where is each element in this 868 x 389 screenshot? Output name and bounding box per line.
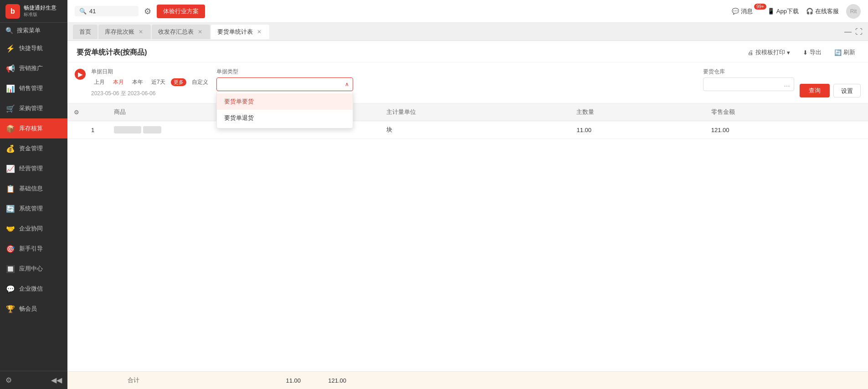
phone-icon: 📱 xyxy=(767,8,775,15)
search-menu-item[interactable]: 🔍 搜索菜单 xyxy=(0,23,67,38)
sidebar-item-wechat[interactable]: 💬 企业微信 xyxy=(0,279,67,299)
date-more-badge[interactable]: 更多 xyxy=(171,78,186,86)
sidebar-item-inventory[interactable]: 📦 库存核算 xyxy=(0,118,67,138)
print-dropdown-icon: ▾ xyxy=(787,49,790,56)
date-btn-last-7[interactable]: 近7天 xyxy=(149,77,168,87)
filter-bar: ▶ 单据日期 上月 本月 本年 近7天 更多 自定义 2023-05-06 至 … xyxy=(67,62,868,103)
enterprise-icon: 🤝 xyxy=(5,224,15,234)
search-menu-label: 搜索菜单 xyxy=(17,26,41,35)
date-filter: 单据日期 上月 本月 本年 近7天 更多 自定义 2023-05-06 至 20… xyxy=(91,68,211,97)
th-amount: 零售金额 xyxy=(706,103,868,121)
main-content: 🔍 41 ⚙ 体验行业方案 💬 消息 99+ 📱 App下载 🎧 在线客服 Ri… xyxy=(67,0,868,389)
tab-home[interactable]: 首页 xyxy=(73,25,98,39)
sidebar-item-guide[interactable]: 🎯 新手引导 xyxy=(0,239,67,259)
date-filter-label: 单据日期 xyxy=(91,68,211,76)
product-blurred-2 xyxy=(143,126,161,133)
refresh-icon: 🔄 xyxy=(834,49,842,56)
sidebar-logo: b 畅捷通好生意 标准版 xyxy=(0,0,67,23)
print-template-btn[interactable]: 🖨 按模板打印 ▾ xyxy=(744,46,794,58)
close-request-stats-tab[interactable]: ✕ xyxy=(256,28,263,36)
app-center-icon: 🔲 xyxy=(5,264,15,274)
operation-icon: 📈 xyxy=(5,164,15,174)
print-icon: 🖨 xyxy=(748,49,754,56)
app-download-label: App下载 xyxy=(776,7,799,15)
sidebar-item-marketing[interactable]: 📢 营销推广 xyxy=(0,58,67,78)
message-badge: 99+ xyxy=(754,4,766,10)
tab-request-stats[interactable]: 要货单统计表 ✕ xyxy=(211,25,269,39)
date-btn-this-year[interactable]: 本年 xyxy=(129,77,146,87)
online-service-button[interactable]: 🎧 在线客服 xyxy=(806,7,839,15)
export-btn[interactable]: ⬇ 导出 xyxy=(799,46,825,58)
data-table: ⚙ 商品 主计量单位 主数量 零售金额 1 xyxy=(67,103,868,139)
finance-icon: 💰 xyxy=(5,143,15,154)
settings-button[interactable]: 设置 xyxy=(833,84,861,97)
topbar-left: 🔍 41 ⚙ 体验行业方案 xyxy=(75,5,205,18)
cell-settings xyxy=(67,121,86,139)
sidebar-item-sales[interactable]: 📊 销售管理 xyxy=(0,78,67,98)
date-range-display: 2023-05-06 至 2023-06-06 xyxy=(91,90,211,97)
type-filter: 单据类型 ∧ 要货单要货 要货单退货 xyxy=(216,68,353,91)
sidebar-item-app-center[interactable]: 🔲 应用中心 xyxy=(0,259,67,279)
trial-button[interactable]: 体验行业方案 xyxy=(157,5,205,18)
quick-nav-icon: ⚡ xyxy=(5,43,15,53)
marketing-icon: 📢 xyxy=(5,63,15,73)
top-search-value: 41 xyxy=(89,8,96,15)
purchase-icon: 🛒 xyxy=(5,103,15,113)
refresh-btn[interactable]: 🔄 刷新 xyxy=(831,46,859,58)
warehouse-input[interactable]: … xyxy=(703,77,794,91)
service-icon: 🎧 xyxy=(806,8,813,15)
date-btn-this-month[interactable]: 本月 xyxy=(110,77,127,87)
close-inventory-batch-tab[interactable]: ✕ xyxy=(137,28,144,36)
type-select-container: ∧ 要货单要货 要货单退货 xyxy=(216,77,353,91)
top-search-box[interactable]: 🔍 41 xyxy=(75,6,139,16)
footer-amount: 121.00 xyxy=(319,377,365,384)
settings-footer-btn[interactable]: ⚙ xyxy=(5,376,12,384)
export-icon: ⬇ xyxy=(803,49,808,56)
query-button[interactable]: 查询 xyxy=(800,84,830,97)
sidebar-item-quick-nav[interactable]: ⚡ 快捷导航 xyxy=(0,38,67,58)
type-select[interactable]: ∧ xyxy=(216,77,353,91)
tab-shipment-summary[interactable]: 收发存汇总表 ✕ xyxy=(152,25,210,39)
th-settings[interactable]: ⚙ xyxy=(67,103,86,121)
tab-inventory-batch[interactable]: 库存批次账 ✕ xyxy=(98,25,151,39)
cell-quantity: 11.00 xyxy=(571,121,705,139)
avatar-text: Rit xyxy=(850,8,857,15)
collapse-sidebar-btn[interactable]: ◀◀ xyxy=(51,376,62,384)
page-header: 要货单统计表(按商品) 🖨 按模板打印 ▾ ⬇ 导出 🔄 刷新 xyxy=(67,41,868,62)
sidebar-item-finance[interactable]: 💰 资金管理 xyxy=(0,138,67,159)
cell-unit: 块 xyxy=(381,121,571,139)
type-select-arrow: ∧ xyxy=(345,81,349,87)
sidebar-item-enterprise[interactable]: 🤝 企业协同 xyxy=(0,219,67,239)
logo-icon: b xyxy=(5,4,20,19)
window-expand-btn[interactable]: ⛶ xyxy=(855,28,863,36)
close-shipment-summary-tab[interactable]: ✕ xyxy=(196,28,204,36)
filter-expand-btn[interactable]: ▶ xyxy=(75,69,86,80)
window-minimize-btn[interactable]: — xyxy=(844,28,852,36)
tabbar-right: — ⛶ xyxy=(844,28,863,36)
topbar-gear-icon[interactable]: ⚙ xyxy=(144,6,151,16)
sidebar-item-system[interactable]: 🔄 系统管理 xyxy=(0,199,67,219)
type-filter-label: 单据类型 xyxy=(216,68,353,76)
warehouse-filter-label: 要货仓库 xyxy=(703,68,794,76)
dropdown-item-request-return[interactable]: 要货单退货 xyxy=(217,110,353,126)
sidebar-item-basic-info[interactable]: 📋 基础信息 xyxy=(0,179,67,199)
date-custom-btn[interactable]: 自定义 xyxy=(189,77,211,87)
topbar-right: 💬 消息 99+ 📱 App下载 🎧 在线客服 Rit xyxy=(732,4,861,19)
warehouse-ellipsis-icon[interactable]: … xyxy=(784,81,790,88)
sales-icon: 📊 xyxy=(5,83,15,93)
system-icon: 🔄 xyxy=(5,204,15,214)
type-dropdown-menu: 要货单要货 要货单退货 xyxy=(216,91,353,128)
inventory-icon: 📦 xyxy=(5,123,15,133)
sidebar-item-purchase[interactable]: 🛒 采购管理 xyxy=(0,98,67,118)
sidebar-item-operation[interactable]: 📈 经营管理 xyxy=(0,159,67,179)
app-download-button[interactable]: 📱 App下载 xyxy=(767,7,799,15)
message-button[interactable]: 💬 消息 99+ xyxy=(732,7,760,15)
sidebar-item-membership[interactable]: 🏆 畅会员 xyxy=(0,299,67,319)
page-header-actions: 🖨 按模板打印 ▾ ⬇ 导出 🔄 刷新 xyxy=(744,46,859,58)
filter-action-btns: 查询 设置 xyxy=(800,84,861,97)
date-btn-last-month[interactable]: 上月 xyxy=(91,77,108,87)
table-container: ⚙ 商品 主计量单位 主数量 零售金额 1 xyxy=(67,103,868,371)
product-blurred xyxy=(114,126,141,133)
dropdown-item-request-order[interactable]: 要货单要货 xyxy=(217,93,353,110)
user-avatar[interactable]: Rit xyxy=(846,4,861,19)
